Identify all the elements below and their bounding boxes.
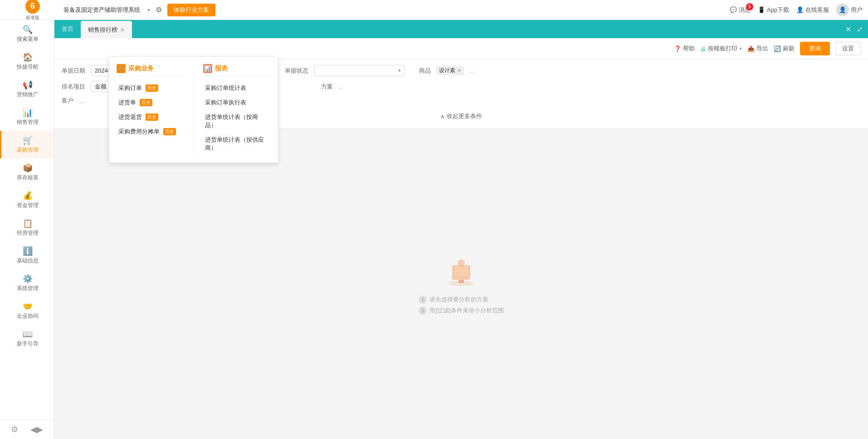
sidebar-item-label: 经营管理 bbox=[17, 229, 39, 237]
export-label: 导出 bbox=[756, 44, 768, 53]
sidebar-item-inventory[interactable]: 📦 库存核算 bbox=[0, 158, 54, 186]
purchase-col-title-label: 采购业务 bbox=[128, 64, 154, 73]
app-download-action[interactable]: 📱 App下载 bbox=[758, 6, 789, 14]
refresh-label: 刷新 bbox=[783, 44, 795, 53]
sidebar-item-guide[interactable]: 📖 新手引导 bbox=[0, 325, 54, 352]
dropdown-item-stock-return[interactable]: 进货退货 历史 bbox=[117, 110, 185, 124]
sidebar-item-label: 系统管理 bbox=[17, 285, 39, 292]
export-action[interactable]: 📤 导出 bbox=[747, 44, 768, 53]
sidebar-bottom: ⚙ ◀▶ bbox=[0, 419, 54, 439]
system-icon: ⚙️ bbox=[23, 275, 33, 283]
report-item-1-label: 采购订单执行表 bbox=[205, 99, 246, 107]
stock-return-label: 进货退货 bbox=[118, 113, 142, 121]
rank-label: 排名项目 bbox=[62, 83, 85, 91]
print-label: 按模板打印 bbox=[708, 44, 737, 53]
report-column: 📊 报表 采购订单统计表 采购订单执行表 进货单统计表（按商品） 进货单统计表（… bbox=[203, 64, 271, 155]
dropdown-item-report-3[interactable]: 进货单统计表（按供应商） bbox=[203, 133, 271, 155]
svg-rect-5 bbox=[461, 280, 464, 283]
settings-icon[interactable]: ⚙ bbox=[154, 4, 164, 16]
history-badge-2: 历史 bbox=[146, 113, 158, 121]
sidebar-item-label: 库存核算 bbox=[17, 174, 39, 182]
sidebar-item-label: 新手引导 bbox=[17, 340, 39, 348]
online-service-action[interactable]: 👤 在线客服 bbox=[796, 6, 829, 14]
hint-num-1: 1 bbox=[419, 296, 427, 304]
sidebar-item-search[interactable]: 🔍 搜索菜单 bbox=[0, 20, 54, 48]
print-dropdown-icon[interactable]: ▾ bbox=[739, 46, 742, 52]
report-item-0-label: 采购订单统计表 bbox=[205, 84, 246, 92]
sidebar-item-finance[interactable]: 💰 资金管理 bbox=[0, 186, 54, 214]
sidebar-item-purchase[interactable]: 🛒 采购管理 bbox=[0, 131, 54, 158]
history-badge-0: 历史 bbox=[146, 84, 158, 92]
user-action[interactable]: 👤 用户 bbox=[836, 4, 863, 16]
purchase-order-label: 采购订单 bbox=[118, 84, 142, 92]
tab-home[interactable]: 首页 bbox=[54, 20, 81, 38]
sidebar-settings-icon[interactable]: ⚙ bbox=[11, 424, 18, 434]
search-icon: 🔍 bbox=[23, 25, 33, 34]
sidebar-item-nav[interactable]: 🏠 快捷导航 bbox=[0, 48, 54, 75]
sidebar-item-system[interactable]: ⚙️ 系统管理 bbox=[0, 269, 54, 297]
refresh-action[interactable]: 🔄 刷新 bbox=[774, 44, 795, 53]
system-title: 装备及固定资产辅助管理系统 bbox=[60, 6, 144, 14]
industry-button[interactable]: 体验行业方案 bbox=[167, 4, 215, 16]
message-action[interactable]: 💬 消息 5 bbox=[730, 6, 751, 14]
stock-in-label: 进货单 bbox=[118, 99, 136, 107]
dropdown-item-report-2[interactable]: 进货单统计表（按商品） bbox=[203, 110, 271, 133]
info-icon: ℹ️ bbox=[23, 247, 33, 255]
system-dropdown-arrow[interactable]: ▾ bbox=[147, 7, 150, 13]
sidebar-item-sales[interactable]: 📊 销售管理 bbox=[0, 103, 54, 131]
dropdown-item-purchase-fee[interactable]: 采购费用分摊单 历史 bbox=[117, 124, 185, 139]
export-icon: 📤 bbox=[747, 45, 755, 52]
sidebar-collapse-icon[interactable]: ◀▶ bbox=[30, 424, 43, 434]
dropdown-item-stock-in[interactable]: 进货单 历史 bbox=[117, 95, 185, 110]
online-service-label: 在线客服 bbox=[805, 6, 829, 14]
user-label: 用户 bbox=[851, 6, 863, 14]
help-label: 帮助 bbox=[683, 44, 695, 53]
help-action[interactable]: ❓ 帮助 bbox=[674, 44, 695, 53]
logo-icon: 6 bbox=[25, 0, 40, 14]
dropdown-item-purchase-order[interactable]: 采购订单 历史 bbox=[117, 81, 185, 95]
sidebar-item-marketing[interactable]: 📢 营销推广 bbox=[0, 75, 54, 103]
content-wrapper: 首页 销售排行榜 ✕ ✕ ⤢ ❓ 帮助 🖨 按模板打印 bbox=[54, 20, 868, 439]
guide-icon: 📖 bbox=[23, 330, 33, 338]
service-icon: 👤 bbox=[796, 6, 804, 13]
avatar: 👤 bbox=[836, 4, 849, 16]
sidebar-item-label: 搜索菜单 bbox=[17, 35, 39, 43]
sidebar-item-collab[interactable]: 🤝 企业协同 bbox=[0, 297, 54, 325]
status-label: 单据状态 bbox=[285, 67, 308, 75]
dropdown-item-report-1[interactable]: 采购订单执行表 bbox=[203, 95, 271, 110]
header-middle: 装备及固定资产辅助管理系统 ▾ ⚙ 体验行业方案 bbox=[60, 4, 730, 16]
scheme-dots[interactable]: ... bbox=[338, 83, 343, 90]
help-icon: ❓ bbox=[674, 45, 681, 52]
sidebar-item-operations[interactable]: 📋 经营管理 bbox=[0, 214, 54, 242]
empty-state: 1 请先选择要分析的方案 2 用[过滤]条件来缩小分析范围 bbox=[54, 129, 868, 439]
tab-close-all-icon[interactable]: ✕ bbox=[845, 25, 851, 34]
collapse-label: 收起更多条件 bbox=[447, 112, 482, 120]
history-badge-3: 历史 bbox=[163, 128, 176, 135]
inventory-icon: 📦 bbox=[23, 164, 33, 172]
empty-illustration bbox=[443, 254, 479, 290]
sidebar-item-label: 销售管理 bbox=[17, 118, 39, 126]
sidebar-item-basic-info[interactable]: ℹ️ 基础信息 bbox=[0, 242, 54, 269]
purchase-column: 🛒 采购业务 采购订单 历史 进货单 历史 进货退货 历史 bbox=[117, 64, 185, 155]
report-item-3-label: 进货单统计表（按供应商） bbox=[205, 136, 269, 152]
customer-dots[interactable]: ... bbox=[79, 98, 84, 104]
tab-sales-ranking[interactable]: 销售排行榜 ✕ bbox=[81, 21, 132, 39]
goods-dots[interactable]: ... bbox=[469, 67, 474, 74]
tab-maximize-icon[interactable]: ⤢ bbox=[857, 25, 863, 34]
top-header: 6 标准版 装备及固定资产辅助管理系统 ▾ ⚙ 体验行业方案 💬 消息 5 📱 … bbox=[0, 0, 868, 20]
logo-area: 6 标准版 bbox=[5, 0, 60, 21]
tab-close-icon[interactable]: ✕ bbox=[120, 27, 125, 33]
collapse-icon: ∧ bbox=[440, 113, 445, 120]
search-button[interactable]: 查询 bbox=[800, 42, 830, 55]
report-item-2-label: 进货单统计表（按商品） bbox=[205, 113, 269, 129]
hint-text-1: 请先选择要分析的方案 bbox=[429, 296, 488, 304]
svg-rect-2 bbox=[454, 266, 468, 276]
collapse-button[interactable]: ∧ 收起更多条件 bbox=[433, 109, 489, 123]
settings-button[interactable]: 设置 bbox=[835, 42, 861, 55]
print-action[interactable]: 🖨 按模板打印 ▾ bbox=[700, 44, 742, 53]
status-select[interactable] bbox=[314, 65, 405, 76]
goods-tag-close[interactable]: ✕ bbox=[457, 68, 461, 74]
app-download-label: App下载 bbox=[767, 6, 789, 14]
dropdown-item-report-0[interactable]: 采购订单统计表 bbox=[203, 81, 271, 95]
hint-text-2: 用[过滤]条件来缩小分析范围 bbox=[429, 306, 503, 315]
